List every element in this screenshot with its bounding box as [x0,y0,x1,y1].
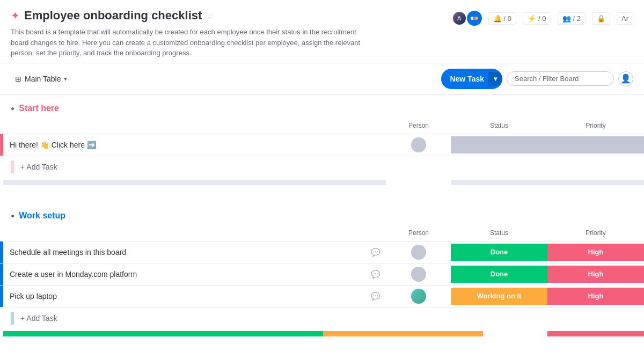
apps-label: Ar [621,14,628,23]
task-name-cell: Hi there! 👋 Click here ➡️ 💬 [3,134,386,156]
add-task-label-2[interactable]: + Add Task [20,314,57,323]
person-cell [386,135,451,155]
priority-badge-empty[interactable] [547,136,644,153]
chat-icon-2[interactable]: 💬 [371,270,380,279]
status-badge-done-2[interactable]: Done [451,266,547,283]
table-label: Main Table [25,75,61,83]
priority-badge-high-2[interactable]: High [547,266,644,283]
lock-icon: 🔒 [597,14,605,23]
person-avatar[interactable] [411,267,426,282]
toolbar: ⊞ Main Table ▾ New Task ▾ 👤 [0,63,644,95]
people-stat[interactable]: 👥 / 2 [558,12,586,25]
priority-cell: High [547,244,644,261]
summary-row-work [0,331,644,336]
header-right: A 🔔 / 0 ⚡ / 0 👥 / 2 🔒 Ar [452,11,633,26]
status-cell: Working on it [451,288,547,305]
work-setup-header: Person Status Priority [0,225,644,241]
apps-btn[interactable]: Ar [617,12,633,25]
user-avatars[interactable]: A [452,11,482,26]
col-header-status-2: Status [451,225,547,241]
summary-status-end [451,180,547,185]
chevron-down-icon: ▾ [64,75,67,83]
group-collapse-icon-2: ● [11,212,14,219]
task-name-inner: Create a user in Monday.com platform 💬 [10,270,380,279]
actions-stat[interactable]: ⚡ / 0 [523,12,551,25]
table-row: Schedule all meetings in this board 💬 Do… [0,241,644,263]
add-task-row-2[interactable]: + Add Task [0,307,644,329]
updates-stat[interactable]: 🔔 / 0 [488,12,516,25]
group-start-here: ● Start here Person Status Priority Hi t… [0,95,644,185]
person-filter-icon: 👤 [620,74,631,84]
task-name-inner: Hi there! 👋 Click here ➡️ 💬 [10,138,380,151]
group-header-start-here[interactable]: ● Start here [0,95,644,118]
summary-status-bar [3,180,386,185]
task-name-cell: Schedule all meetings in this board 💬 [3,244,386,261]
person-cell [386,243,451,262]
star-icon[interactable]: ☆ [206,11,214,21]
group-header-work-setup[interactable]: ● Work setup [0,202,644,225]
svg-point-2 [475,17,478,20]
col-header-person: Person [386,118,451,134]
summary-priority-bar [547,331,644,336]
person-avatar[interactable] [411,245,426,260]
summary-status-combined [3,331,483,336]
summary-spacer [386,180,451,185]
task-name-inner: Pick up laptop 💬 [10,292,380,301]
group-work-setup: ● Work setup Person Status Priority Sche… [0,202,644,336]
filter-person-btn[interactable]: 👤 [618,71,633,86]
task-label[interactable]: Pick up laptop [10,292,57,301]
page-header: ✦ Employee onboarding checklist ☆ This b… [0,0,644,63]
priority-cell [547,136,644,153]
title-row: ✦ Employee onboarding checklist ☆ [11,9,452,23]
avatar-user1[interactable]: A [452,11,467,26]
col-header-status: Status [451,118,547,134]
main-content: ● Start here Person Status Priority Hi t… [0,95,644,360]
task-name-inner: Schedule all meetings in this board 💬 [10,248,380,257]
status-badge-empty[interactable] [451,136,547,153]
summary-working-bar [323,331,483,336]
board-description: This board is a template that will autom… [11,27,376,58]
group-people-to-meet: ● People to meet Person Status Priority … [0,354,644,360]
more-options[interactable]: 🔒 [592,12,610,25]
task-label[interactable]: Create a user in Monday.com platform [10,270,137,279]
work-setup-table: Person Status Priority Schedule all meet… [0,225,644,329]
actions-icon: ⚡ [528,14,536,23]
search-input[interactable] [507,71,614,86]
task-label[interactable]: Schedule all meetings in this board [10,248,126,257]
chat-icon-3[interactable]: 💬 [371,292,380,301]
person-avatar-img[interactable] [411,289,426,304]
group-divider-2 [0,341,644,354]
summary-priority-end [547,180,644,185]
updates-icon: 🔔 [493,14,502,23]
people-count: / 2 [573,14,581,23]
chat-icon[interactable]: 💬 [371,248,380,257]
status-cell: Done [451,244,547,261]
table-row: Hi there! 👋 Click here ➡️ 💬 [0,134,644,156]
person-avatar[interactable] [411,137,426,152]
group-divider-1 [0,189,644,202]
new-task-label: New Task [450,75,484,83]
start-here-header: Person Status Priority [0,118,644,134]
toolbar-right: New Task ▾ 👤 [441,69,633,89]
col-header-task-2 [3,225,386,241]
priority-cell: High [547,266,644,283]
add-task-row[interactable]: + Add Task [0,156,644,178]
priority-badge-high[interactable]: High [547,244,644,261]
status-badge-working[interactable]: Working on it [451,288,547,305]
add-task-label[interactable]: + Add Task [20,163,57,171]
group-header-people[interactable]: ● People to meet [0,354,644,360]
new-task-button[interactable]: New Task ▾ [441,69,502,89]
person-cell [386,265,451,284]
status-badge-done[interactable]: Done [451,244,547,261]
summary-row-start [0,180,644,185]
table-view-btn[interactable]: ⊞ Main Table ▾ [11,72,71,85]
priority-cell: High [547,288,644,305]
new-task-arrow[interactable]: ▾ [488,72,502,86]
col-header-task [3,118,386,134]
priority-badge-high-3[interactable]: High [547,288,644,305]
avatar-monday [467,11,482,26]
board-icon: ✦ [11,9,20,22]
task-label[interactable]: Hi there! 👋 Click here ➡️ [10,141,96,149]
status-cell [451,136,547,153]
toolbar-left: ⊞ Main Table ▾ [11,72,71,85]
